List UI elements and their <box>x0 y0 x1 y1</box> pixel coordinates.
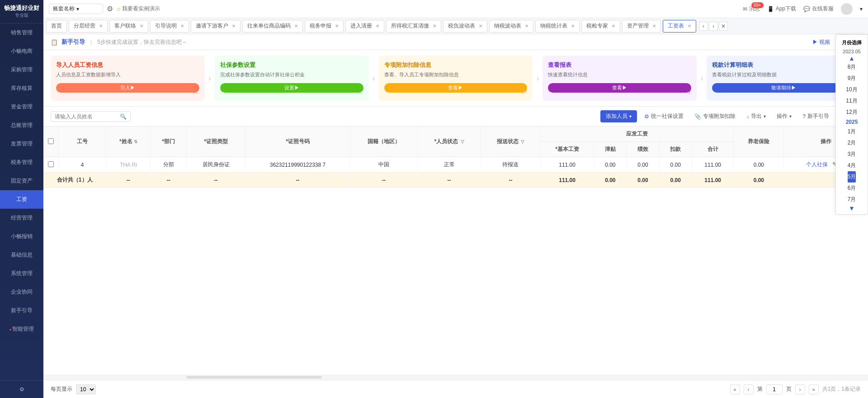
sidebar-item-xiaochang[interactable]: 小畅电商 <box>0 42 43 61</box>
month-scroll-down[interactable]: ▼ <box>849 205 855 211</box>
app-download-button[interactable]: 📱 App下载 <box>767 5 796 13</box>
sidebar-item-operation[interactable]: 经营管理 <box>0 209 43 227</box>
sidebar-logo[interactable]: 畅捷通好业财 专业版 <box>0 0 43 23</box>
month-item-6月[interactable]: 6月 <box>846 183 858 194</box>
tab-close-icon[interactable]: ✕ <box>99 23 103 28</box>
avatar[interactable] <box>841 3 853 15</box>
tab-scroll-left[interactable]: ‹ <box>699 22 708 31</box>
sidebar-item-basic[interactable]: 基础信息 <box>0 246 43 264</box>
tab-invite[interactable]: 邀请下游客户✕ <box>191 20 241 33</box>
tab-taxexempt[interactable]: 税负波动表✕ <box>443 20 487 33</box>
th-name[interactable]: *姓名 ⇅ <box>106 126 151 157</box>
new-guide-button[interactable]: ? 新手引导 <box>799 111 833 122</box>
month-item-1月[interactable]: 1月 <box>846 126 858 137</box>
sidebar-item-report[interactable]: 小畅报销 <box>0 227 43 246</box>
guide-video-link[interactable]: ▶ 视频 <box>812 38 830 46</box>
message-button[interactable]: ✉ 消息 99+ <box>743 5 760 13</box>
tab-scroll-right[interactable]: › <box>709 22 718 31</box>
search-icon[interactable]: 🔍 <box>120 113 127 120</box>
tab-intro[interactable]: 引导说明✕ <box>150 20 189 33</box>
tab-customer[interactable]: 客户联络✕ <box>109 20 148 33</box>
step-5-btn[interactable]: 敬请期待▶ <box>712 83 855 93</box>
sidebar-item-ledger[interactable]: 总账管理 <box>0 116 43 135</box>
tab-taxstat3[interactable]: 纳税统计表✕ <box>535 20 580 33</box>
sidebar-item-system[interactable]: 系统管理 <box>0 264 43 283</box>
th-status[interactable]: *人员状态 ▽ <box>418 126 481 157</box>
operation-button[interactable]: 操作 ▾ <box>773 111 795 122</box>
month-item-12月[interactable]: 12月 <box>846 107 857 118</box>
month-item-11月[interactable]: 11月 <box>846 95 857 107</box>
export-button[interactable]: ↓ 导出 ▾ <box>743 111 769 122</box>
per-page-select[interactable]: 10 20 50 <box>76 384 96 394</box>
social-insurance-settings-button[interactable]: ⚙ 统一社保设置 <box>641 111 687 122</box>
first-page-button[interactable]: « <box>730 384 740 394</box>
tab-incometax[interactable]: 所得税汇算清缴✕ <box>386 20 441 33</box>
tab-clear[interactable]: 进入清册✕ <box>345 20 384 33</box>
step-3-btn[interactable]: 查看▶ <box>384 83 528 93</box>
th-report-status[interactable]: 报送状态 ▽ <box>481 126 540 157</box>
month-item-2月[interactable]: 2月 <box>846 137 858 149</box>
page-input[interactable] <box>766 384 783 394</box>
select-all-checkbox[interactable] <box>48 138 54 144</box>
tab-taxdecl[interactable]: 税务申报✕ <box>305 20 344 33</box>
tab-level[interactable]: 分层经营✕ <box>69 20 108 33</box>
sidebar-item-inventory[interactable]: 库存核算 <box>0 79 43 98</box>
tab-taxexpert[interactable]: 税检专家✕ <box>581 20 620 33</box>
sidebar-item-sales[interactable]: 销售管理 <box>0 23 43 42</box>
horizontal-scrollbar[interactable] <box>186 376 322 379</box>
month-scroll-up[interactable]: ▲ <box>849 55 855 61</box>
next-page-button[interactable]: › <box>795 384 805 394</box>
tab-close-icon[interactable]: ✕ <box>688 23 691 28</box>
row-select-checkbox[interactable] <box>48 161 54 167</box>
sidebar-item-guide[interactable]: 新手引导 <box>0 301 43 320</box>
settings-button[interactable]: ⚙ <box>107 5 113 13</box>
user-name[interactable]: ▾ <box>860 6 863 12</box>
step-4-btn[interactable]: 查看▶ <box>548 83 691 93</box>
tab-close-all[interactable]: ✕ <box>719 22 728 31</box>
tab-goods[interactable]: 往来单位商品编码✕ <box>242 20 303 33</box>
month-item-9月[interactable]: 9月 <box>846 73 857 84</box>
last-page-button[interactable]: » <box>809 384 819 394</box>
personal-insurance-link[interactable]: 个人社保 <box>806 161 828 168</box>
special-deduction-button[interactable]: 📎 专项附加扣除 <box>691 111 739 122</box>
tab-close-icon[interactable]: ✕ <box>525 23 528 28</box>
sidebar-item-smart[interactable]: ●智能管理 <box>0 320 43 338</box>
demo-button[interactable]: ○ 我要看实例演示 <box>117 5 160 13</box>
tab-close-icon[interactable]: ✕ <box>180 23 184 28</box>
add-person-button[interactable]: 添加人员 ▾ <box>600 110 637 122</box>
tab-close-icon[interactable]: ✕ <box>335 23 339 28</box>
tab-close-icon[interactable]: ✕ <box>232 23 236 28</box>
step-2-btn[interactable]: 设置▶ <box>220 83 363 93</box>
tab-close-icon[interactable]: ✕ <box>376 23 379 28</box>
account-selector[interactable]: 账套名称 ▾ <box>49 4 103 14</box>
tab-close-icon[interactable]: ✕ <box>294 23 298 28</box>
tab-salary_tab[interactable]: 工资表✕ <box>663 20 696 33</box>
tab-close-icon[interactable]: ✕ <box>652 23 656 28</box>
sidebar-item-fixed[interactable]: 固定资产 <box>0 172 43 190</box>
tab-home[interactable]: 首页 <box>46 20 67 33</box>
sidebar-item-invoice[interactable]: 发票管理 <box>0 135 43 153</box>
month-item-8月[interactable]: 8月 <box>846 61 857 73</box>
month-item-4月[interactable]: 4月 <box>846 160 858 171</box>
month-item-10月[interactable]: 10月 <box>846 84 857 95</box>
tab-taxstat2[interactable]: 纳税波动表✕ <box>489 20 533 33</box>
sidebar-item-tax[interactable]: 税务管理 <box>0 153 43 172</box>
tab-close-icon[interactable]: ✕ <box>479 23 482 28</box>
sidebar-item-purchase[interactable]: 采购管理 <box>0 61 43 79</box>
tab-close-icon[interactable]: ✕ <box>140 23 143 28</box>
prev-page-button[interactable]: ‹ <box>744 384 754 394</box>
sidebar-item-capital[interactable]: 资金管理 <box>0 98 43 116</box>
tab-assets[interactable]: 资产管理✕ <box>622 20 661 33</box>
row-checkbox[interactable] <box>43 157 59 173</box>
month-item-3月[interactable]: 3月 <box>846 149 858 160</box>
settings-icon[interactable]: ⚙ <box>0 380 43 398</box>
step-1-btn[interactable]: 导入▶ <box>56 83 199 93</box>
sidebar-item-collab[interactable]: 企业协同 <box>0 283 43 301</box>
month-item-5月[interactable]: 5月 <box>848 171 856 183</box>
sidebar-item-salary[interactable]: 工资 <box>0 190 43 209</box>
search-input[interactable] <box>55 113 118 120</box>
tab-close-icon[interactable]: ✕ <box>612 23 615 28</box>
month-item-7月[interactable]: 7月 <box>846 194 858 205</box>
online-service-button[interactable]: 💬 在线客服 <box>803 5 834 13</box>
tab-close-icon[interactable]: ✕ <box>571 23 575 28</box>
